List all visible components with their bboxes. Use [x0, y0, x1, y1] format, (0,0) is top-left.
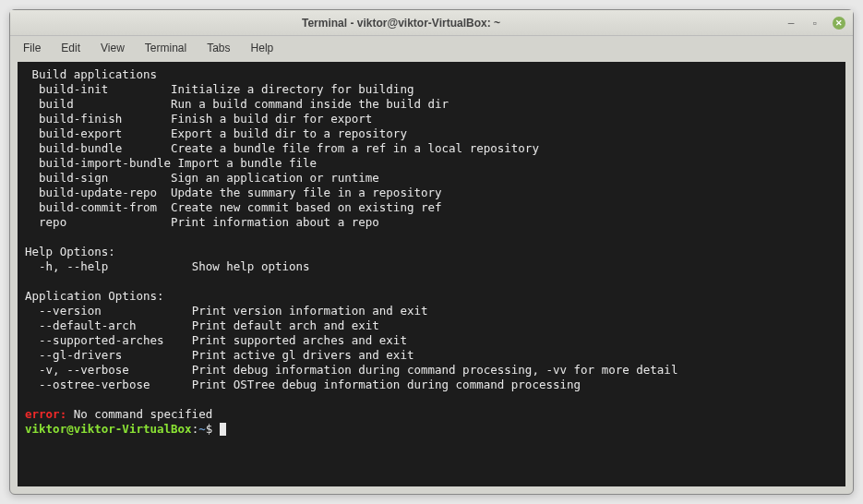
help-row: -v, --verbose Print debug information du…	[25, 363, 677, 377]
help-row: --default-arch Print default arch and ex…	[25, 318, 379, 332]
prompt-user-host: viktor@viktor-VirtualBox	[25, 422, 192, 436]
help-row: repo Print information about a repo	[25, 215, 379, 229]
window-controls: – ▫ ✕	[785, 17, 845, 30]
titlebar[interactable]: Terminal - viktor@viktor-VirtualBox: ~ –…	[10, 10, 853, 36]
window-title: Terminal - viktor@viktor-VirtualBox: ~	[18, 17, 785, 30]
menu-tabs[interactable]: Tabs	[198, 39, 239, 57]
help-row: build-commit-from Create new commit base…	[25, 200, 442, 214]
minimize-button[interactable]: –	[785, 17, 797, 30]
terminal-window: Terminal - viktor@viktor-VirtualBox: ~ –…	[9, 9, 854, 495]
help-row: build-export Export a build dir to a rep…	[25, 126, 407, 140]
section-header: Help Options:	[25, 245, 115, 258]
help-row: build-bundle Create a bundle file from a…	[25, 141, 539, 155]
prompt-line: viktor@viktor-VirtualBox:~$	[25, 422, 226, 436]
help-row: --supported-arches Print supported arche…	[25, 333, 407, 347]
help-row: build-finish Finish a build dir for expo…	[25, 112, 372, 126]
prompt-path: ~	[198, 422, 206, 436]
help-row: build-import-bundle Import a bundle file	[25, 156, 317, 170]
menu-view[interactable]: View	[91, 39, 134, 57]
section-header: Build applications	[25, 67, 157, 81]
help-row: -h, --help Show help options	[25, 259, 310, 273]
maximize-button[interactable]: ▫	[809, 17, 821, 30]
menu-help[interactable]: Help	[242, 39, 283, 57]
menu-terminal[interactable]: Terminal	[136, 39, 196, 57]
help-row: build-update-repo Update the summary fil…	[25, 186, 442, 199]
error-label: error:	[25, 407, 66, 421]
help-row: --gl-drivers Print active gl drivers and…	[25, 348, 414, 362]
menubar: File Edit View Terminal Tabs Help	[10, 36, 853, 60]
section-header: Application Options:	[25, 289, 164, 303]
help-row: --version Print version information and …	[25, 304, 428, 318]
terminal-output[interactable]: Build applications build-init Initialize…	[18, 62, 845, 486]
help-row: --ostree-verbose Print OSTree debug info…	[25, 378, 581, 391]
menu-file[interactable]: File	[14, 39, 50, 57]
help-row: build-init Initialize a directory for bu…	[25, 82, 414, 96]
close-button[interactable]: ✕	[833, 17, 845, 30]
cursor-icon	[220, 423, 226, 436]
help-row: build-sign Sign an application or runtim…	[25, 171, 379, 185]
menu-edit[interactable]: Edit	[52, 39, 90, 57]
help-row: build Run a build command inside the bui…	[25, 97, 449, 111]
error-line: error: No command specified	[25, 407, 212, 421]
